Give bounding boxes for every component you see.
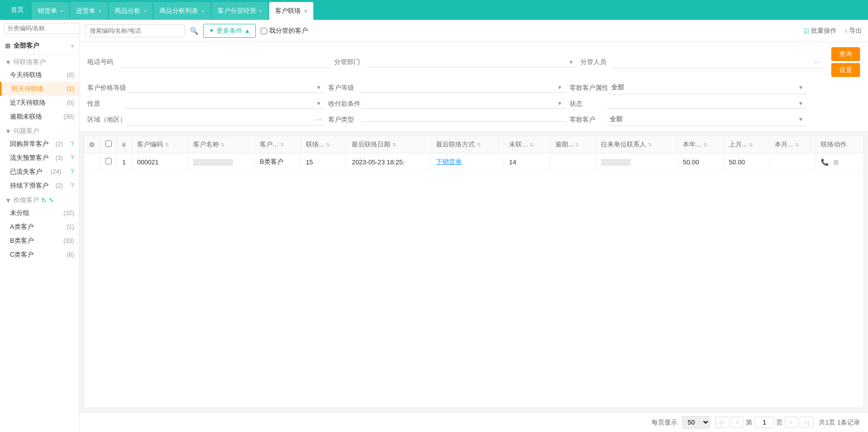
- row-checkbox[interactable]: [100, 153, 117, 171]
- page-number-input[interactable]: [754, 417, 774, 428]
- chevron-down-icon: ▼: [316, 84, 321, 90]
- chevron-down-icon: ▼: [557, 100, 563, 106]
- col-name[interactable]: 客户名称 ⇅: [188, 136, 255, 153]
- col-unreached[interactable]: 未联... ⇅: [504, 136, 550, 153]
- row-this-month: [770, 153, 816, 171]
- col-overdue[interactable]: 逾期... ⇅: [550, 136, 596, 153]
- sidebar-item-overdue[interactable]: 逾期未联络 (30): [0, 110, 79, 124]
- col-contacts[interactable]: 联络... ⇅: [300, 136, 347, 153]
- close-icon[interactable]: ×: [304, 8, 307, 14]
- sidebar-item-class-a[interactable]: A类客户 (1): [0, 220, 79, 234]
- next-page-button[interactable]: >: [785, 417, 797, 428]
- sidebar-item-churned[interactable]: 已流失客户 (24) ?: [0, 165, 79, 179]
- sidebar-item-7days[interactable]: 近7天待联络 (0): [0, 96, 79, 110]
- content-area: 🔍 ▼ 更多条件 ▲ 我分管的客户 ☑ 批量操作 ↑ 导出: [79, 20, 868, 432]
- action-qr-icon[interactable]: ⊞: [833, 158, 839, 166]
- row-unit-contacts: [596, 153, 678, 171]
- sidebar-all-customers[interactable]: ⊞ 全部客户 «: [0, 37, 79, 55]
- page-label: 第: [746, 418, 752, 427]
- close-icon[interactable]: ×: [144, 8, 146, 14]
- prev-page-button[interactable]: <: [731, 417, 744, 428]
- nature-select[interactable]: ▼: [125, 98, 324, 109]
- set-button[interactable]: 设置: [831, 63, 860, 77]
- sidebar-group-title-problem[interactable]: ▼ 问题客户: [0, 124, 79, 137]
- last-page-button[interactable]: >|: [799, 417, 814, 428]
- close-icon[interactable]: ×: [259, 8, 262, 14]
- col-actions: 联络动作: [815, 136, 864, 153]
- collapse-icon: «: [71, 43, 74, 49]
- col-last-date[interactable]: 最后联络日期 ⇅: [347, 136, 431, 153]
- first-page-button[interactable]: |<: [715, 417, 729, 428]
- row-unreached: 14: [504, 153, 550, 171]
- per-page-select[interactable]: 50 100 200: [682, 416, 710, 429]
- row-this-year: 50.00: [678, 153, 724, 171]
- ellipsis-icon: ···: [814, 58, 820, 66]
- close-icon[interactable]: ×: [60, 8, 63, 14]
- sidebar-group-title-value[interactable]: ▼ 价值客户 ↻ ✎: [0, 193, 79, 206]
- col-settings[interactable]: ⚙: [84, 136, 100, 153]
- sidebar-item-tomorrow[interactable]: 明天待联络 (1): [0, 82, 79, 96]
- search-button[interactable]: 🔍: [190, 27, 198, 35]
- col-checkbox[interactable]: [100, 136, 117, 153]
- select-all-checkbox[interactable]: [105, 141, 112, 147]
- sidebar-item-declining[interactable]: 持续下滑客户 (2) ?: [0, 179, 79, 193]
- retail-attr-label: 零散客户属性: [570, 83, 608, 92]
- retail-customer-label: 零散客户: [570, 115, 607, 124]
- nav-item-product-analysis[interactable]: 商品分析 ×: [109, 2, 152, 20]
- status-select[interactable]: ▼: [607, 98, 806, 109]
- export-button[interactable]: ↑ 导出: [845, 26, 863, 35]
- payment-select[interactable]: ▼: [361, 98, 565, 109]
- search-input[interactable]: [85, 24, 185, 37]
- row-select-checkbox[interactable]: [105, 158, 112, 164]
- row-index: 1: [117, 153, 132, 171]
- table-container: ⚙ # 客户编码 ⇅ 客户名称 ⇅ 客户... ⇅: [83, 136, 864, 408]
- nav-item-customer-tier[interactable]: 客户分层经营 ×: [212, 2, 268, 20]
- close-icon[interactable]: ×: [201, 8, 204, 14]
- table-row: 1 000021 B类客户 15 2023-05-23 18:25: 下销货单 …: [84, 153, 864, 171]
- col-index: #: [117, 136, 132, 153]
- my-customers-checkbox-label[interactable]: 我分管的客户: [261, 26, 308, 35]
- sidebar-item-ungrouped[interactable]: 未分组 (32): [0, 206, 79, 220]
- sidebar-item-today[interactable]: 今天待联络 (0): [0, 68, 79, 82]
- dept-select[interactable]: ▼: [366, 57, 577, 68]
- sidebar-item-abnormal[interactable]: 回购异常客户 (2) ?: [0, 137, 79, 151]
- more-conditions-button[interactable]: ▼ 更多条件 ▲: [203, 24, 256, 38]
- row-last-date: 2023-05-23 18:25:: [347, 153, 431, 171]
- row-code: 000021: [132, 153, 188, 171]
- sidebar-group-problem: ▼ 问题客户 回购异常客户 (2) ? 流失预警客户 (3) ? 已流失客户 (…: [0, 124, 79, 193]
- query-button[interactable]: 查询: [831, 47, 860, 61]
- sidebar-item-churn-warning[interactable]: 流失预警客户 (3) ?: [0, 151, 79, 165]
- col-unit-contacts[interactable]: 往来单位联系人 ⇅: [596, 136, 678, 153]
- col-last-method[interactable]: 最后联络方式 ⇅: [431, 136, 504, 153]
- customer-grade-label: 客户等级: [328, 83, 361, 92]
- sidebar-search-input[interactable]: [4, 23, 79, 34]
- sidebar-item-class-c[interactable]: C类客户 (6): [0, 248, 79, 262]
- batch-operation-button[interactable]: ☑ 批量操作: [803, 26, 837, 35]
- customer-grade-select[interactable]: ▼: [361, 82, 565, 93]
- close-icon[interactable]: ×: [98, 8, 101, 14]
- row-last-month: 50.00: [723, 153, 770, 171]
- col-code[interactable]: 客户编码 ⇅: [132, 136, 188, 153]
- nav-item-purchase[interactable]: 进货单 ×: [70, 2, 107, 20]
- nav-item-sales[interactable]: 销货单 ×: [32, 2, 69, 20]
- col-this-year[interactable]: 本年... ⇅: [678, 136, 724, 153]
- col-last-month[interactable]: 上月... ⇅: [723, 136, 770, 153]
- chevron-down-icon: ▼: [557, 84, 563, 90]
- manager-select[interactable]: ···: [613, 56, 823, 69]
- action-phone-icon[interactable]: 📞: [821, 158, 829, 166]
- nav-item-customer-contact[interactable]: 客户联络 ×: [269, 2, 313, 20]
- row-last-method[interactable]: 下销货单: [431, 153, 504, 171]
- col-this-month[interactable]: 本月... ⇅: [770, 136, 816, 153]
- sidebar-group-title-pending[interactable]: ▼ 待联络客户: [0, 55, 79, 68]
- nav-home[interactable]: 首页: [4, 0, 31, 20]
- region-select[interactable]: ···: [126, 113, 324, 126]
- price-grade-select[interactable]: ▼: [126, 82, 324, 93]
- retail-customer-select[interactable]: 全部 ▼: [607, 113, 806, 126]
- sidebar-item-class-b[interactable]: B类客户 (33): [0, 234, 79, 248]
- col-type[interactable]: 客户... ⇅: [255, 136, 301, 153]
- customer-type-select[interactable]: [361, 117, 565, 122]
- nav-item-product-list[interactable]: 商品分析列表 ×: [153, 2, 210, 20]
- phone-input[interactable]: [120, 56, 330, 68]
- my-customers-checkbox[interactable]: [261, 28, 267, 34]
- retail-attr-select[interactable]: 全部 ▼: [608, 81, 806, 94]
